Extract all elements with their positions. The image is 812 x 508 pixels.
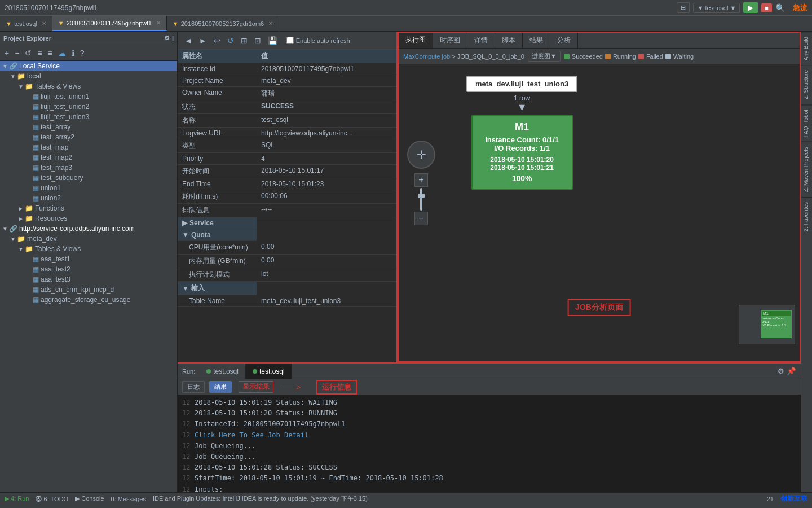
auto-refresh-checkbox[interactable] [286, 37, 294, 44]
log-line: 12Job Queueing... [182, 452, 796, 462]
back-btn[interactable]: ◄ [182, 35, 195, 46]
tree-item-liuji_test_union1[interactable]: ▦liuji_test_union1 [0, 91, 177, 102]
tree-item-aaa_test2[interactable]: ▦aaa_test2 [0, 264, 177, 274]
refresh-btn[interactable]: ↺ [23, 47, 34, 59]
run-tab-2[interactable]: test.osql [246, 364, 292, 379]
tree-item-Local_Service[interactable]: ▼🔗Local Service [0, 61, 177, 71]
side-tab-structure[interactable]: Z: Structure [801, 65, 812, 104]
tree-item-test_subquery[interactable]: ▦test_subquery [0, 173, 177, 183]
view-btn[interactable]: ⊡ [252, 35, 263, 46]
gear-icon[interactable]: ⚙ [164, 34, 170, 42]
bottom-right-icons: ⚙ 📌 [778, 364, 801, 379]
exec-tab-timeline[interactable]: 时序图 [433, 33, 467, 48]
pipe-icon: | [172, 34, 174, 42]
m1-title: M1 [483, 121, 562, 133]
result-tab-btn[interactable]: 结果 [209, 381, 232, 393]
stop-btn[interactable]: ■ [761, 3, 772, 12]
search-btn[interactable]: 🔍 [775, 3, 785, 12]
zoom-out-btn[interactable]: − [414, 212, 428, 225]
fwd-btn[interactable]: ► [197, 35, 209, 46]
props-row: Owner Name蒲瑞 [178, 87, 396, 100]
status-console-btn[interactable]: ▶ Console [75, 495, 104, 502]
tree-item-aaa_test3[interactable]: ▦aaa_test3 [0, 274, 177, 284]
nav-circle[interactable]: ✛ [407, 141, 435, 169]
line-col: 21 [767, 496, 774, 502]
nav-control: ✛ + − [407, 141, 435, 225]
reload-btn[interactable]: ↺ [225, 35, 236, 46]
progress-btn[interactable]: 进度图▼ [528, 51, 561, 62]
breadcrumb-link[interactable]: MaxCompute job [403, 53, 450, 60]
side-tab-build[interactable]: Any Build [801, 32, 812, 65]
tree-item-Resources[interactable]: ►📁Resources [0, 213, 177, 224]
layout-btn[interactable]: ⊞ [677, 2, 690, 13]
bottom-pin-icon[interactable]: 📌 [787, 367, 796, 375]
tree-item-test_map2[interactable]: ▦test_map2 [0, 152, 177, 163]
copy-btn[interactable]: ⊞ [239, 35, 250, 46]
exec-tab-graph[interactable]: 执行图 [399, 33, 433, 48]
exec-tab-script[interactable]: 脚本 [495, 33, 523, 48]
remove-btn[interactable]: − [12, 47, 21, 59]
legend-running-label: Running [613, 53, 636, 60]
bottom-gear-icon[interactable]: ⚙ [778, 367, 784, 375]
side-tab-maven[interactable]: Z: Maven Projects [801, 142, 812, 197]
zoom-handle[interactable] [418, 194, 425, 198]
tree-item-local[interactable]: ▼📁local [0, 71, 177, 81]
tree-item-Tables_&_Views[interactable]: ▼📁Tables & Views [0, 81, 177, 91]
tree-item-test_map[interactable]: ▦test_map [0, 142, 177, 152]
sidebar-toolbar: + − ↺ ≡ ≡ ☁ ℹ ? [0, 45, 177, 61]
zoom-slider[interactable] [420, 188, 422, 211]
bottom-panel: Run: test.osql test.osql ⚙ 📌 日志 结果 显示结果 [178, 362, 801, 492]
bottom-header: 日志 结果 显示结果 ——> 运行信息 [178, 379, 801, 395]
side-tab-favorites[interactable]: 2: Favorites [801, 197, 812, 236]
mini-map[interactable]: M1 Instance Count: 0/1/1 I/O Records: 1/… [739, 305, 795, 344]
tree-item-liuji_test_union2[interactable]: ▦liuji_test_union2 [0, 102, 177, 112]
expand-btn[interactable]: ≡ [46, 47, 55, 59]
test-osql-btn[interactable]: ▼ test.osql ▼ [693, 3, 740, 13]
cloud-btn[interactable]: ☁ [56, 47, 68, 59]
run-tab-1[interactable]: test.osql [200, 364, 246, 379]
log-tab-btn[interactable]: 日志 [182, 381, 205, 393]
props-row: Logview URLhttp://logview.odps.aliyun-in… [178, 128, 396, 139]
save-btn[interactable]: 💾 [266, 35, 280, 46]
help-btn[interactable]: ? [78, 47, 87, 59]
tree-item-aggragate_storage_cu_usage[interactable]: ▦aggragate_storage_cu_usage [0, 295, 177, 305]
zoom-in-btn[interactable]: + [414, 173, 428, 187]
tab-job2[interactable]: ▼ 20180510070052137gdr1om6 ✕ [167, 16, 279, 31]
tree-item-Functions[interactable]: ►📁Functions [0, 203, 177, 213]
close-tab-2[interactable]: ✕ [268, 20, 273, 27]
auto-refresh[interactable]: Enable auto refresh [286, 37, 350, 44]
exec-tab-result[interactable]: 结果 [523, 33, 550, 48]
log-link[interactable]: Click Here To See Job Detail [195, 431, 308, 439]
close-tab-1[interactable]: ✕ [156, 20, 161, 26]
arrow-annotation: ——> [280, 383, 301, 392]
exec-tab-analysis[interactable]: 分析 [550, 33, 578, 48]
collapse-btn[interactable]: ≡ [35, 47, 44, 59]
tree-item-meta_dev[interactable]: ▼📁meta_dev [0, 234, 177, 244]
undo-btn[interactable]: ↩ [211, 35, 223, 46]
close-tab-0[interactable]: ✕ [42, 20, 46, 27]
status-messages-btn[interactable]: 0: Messages [111, 496, 146, 502]
side-tab-faq[interactable]: FAQ Robot [801, 104, 812, 142]
run-indicator-1 [206, 369, 211, 374]
tree-item-union2[interactable]: ▦union2 [0, 193, 177, 203]
tree-item-test_map3[interactable]: ▦test_map3 [0, 163, 177, 173]
status-run-btn[interactable]: ▶ 4: Run [5, 495, 29, 502]
tree-item-ads_cn_crm_kpi_mcp_d[interactable]: ▦ads_cn_crm_kpi_mcp_d [0, 284, 177, 295]
tab-bar: ▼ test.osql ✕ ▼ 20180510070117495g7nbpwl… [0, 16, 812, 32]
tree-item-test_array[interactable]: ▦test_array [0, 122, 177, 132]
add-btn[interactable]: + [2, 47, 11, 59]
tree-item-test_array2[interactable]: ▦test_array2 [0, 132, 177, 142]
log-line: 12Inputs: [182, 484, 796, 493]
tree-item-Tables_&_Views[interactable]: ▼📁Tables & Views [0, 244, 177, 254]
tab-job1[interactable]: ▼ 20180510070117495g7nbpwl1 ✕ [52, 16, 167, 31]
status-todo-btn[interactable]: ⓺ 6: TODO [36, 496, 68, 502]
tree-item-aaa_test1[interactable]: ▦aaa_test1 [0, 254, 177, 264]
tree-item-union1[interactable]: ▦union1 [0, 183, 177, 193]
exec-tab-detail[interactable]: 详情 [467, 33, 495, 48]
tree-item-liuji_test_union3[interactable]: ▦liuji_test_union3 [0, 112, 177, 122]
info-btn[interactable]: ℹ [69, 47, 77, 59]
run-btn[interactable]: ▶ [743, 2, 758, 13]
tree-item-http://service-corp.odps.aliyun-inc.com[interactable]: ▼🔗http://service-corp.odps.aliyun-inc.co… [0, 224, 177, 234]
tab-test-osql[interactable]: ▼ test.osql ✕ [0, 16, 52, 31]
m1-instance-count: Instance Count: 0/1/1 [483, 135, 562, 144]
